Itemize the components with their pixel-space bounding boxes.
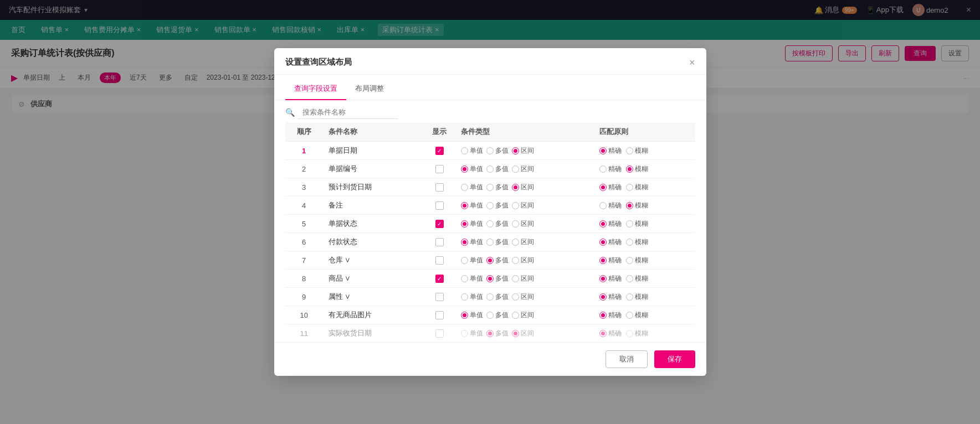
settings-dialog: 设置查询区域布局 × 查询字段设置 布局调整 🔍 顺序 条件名称: [274, 48, 706, 120]
tab-layout-adjust-label: 布局调整: [355, 84, 384, 92]
tab-query-fields-label: 查询字段设置: [294, 84, 337, 92]
tab-layout-adjust[interactable]: 布局调整: [346, 80, 393, 100]
search-input[interactable]: [298, 106, 398, 119]
search-icon: 🔍: [285, 108, 295, 117]
dialog-header: 设置查询区域布局 ×: [274, 48, 706, 75]
dialog-title: 设置查询区域布局: [285, 57, 352, 68]
dialog-close-button[interactable]: ×: [689, 58, 695, 68]
tab-query-fields[interactable]: 查询字段设置: [285, 80, 346, 100]
dialog-tab-bar: 查询字段设置 布局调整: [274, 75, 706, 100]
modal-overlay: 设置查询区域布局 × 查询字段设置 布局调整 🔍 顺序 条件名称: [0, 0, 980, 120]
search-bar: 🔍: [274, 100, 706, 120]
